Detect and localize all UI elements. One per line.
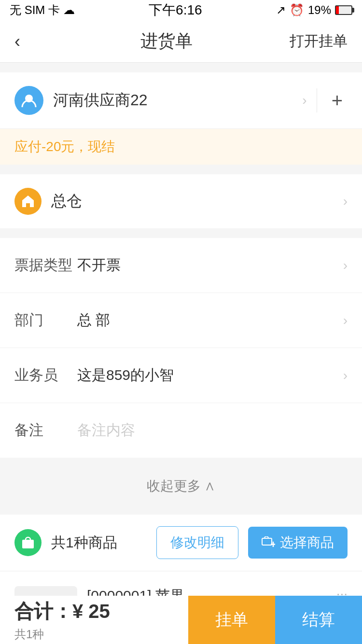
- salesman-chevron-icon: ›: [343, 368, 348, 383]
- total-section: 合计：¥ 25 共1种: [0, 598, 188, 642]
- sim-label: 无 SIM 卡 ☁: [10, 2, 75, 18]
- select-product-button[interactable]: 选择商品: [248, 527, 348, 559]
- alarm-icon: ⏰: [290, 3, 304, 17]
- product-count: 共1种商品: [51, 533, 147, 553]
- hang-button[interactable]: 挂单: [188, 596, 275, 644]
- dept-row[interactable]: 部门 总 部 ›: [0, 293, 362, 348]
- status-time: 下午6:16: [149, 1, 202, 19]
- product-icon: [14, 529, 42, 556]
- salesman-value: 这是859的小智: [77, 365, 343, 385]
- total-count: 共1种: [14, 627, 174, 642]
- location-icon: ↗: [276, 3, 286, 17]
- select-product-label: 选择商品: [280, 533, 334, 552]
- supplier-notice: 应付-20元，现结: [0, 129, 362, 165]
- add-supplier-button[interactable]: +: [327, 90, 348, 112]
- page-title: 进货单: [43, 29, 290, 53]
- open-hang-button[interactable]: 打开挂单: [290, 31, 348, 51]
- remark-label: 备注: [14, 420, 77, 440]
- invoice-value: 不开票: [77, 255, 343, 275]
- svg-rect-1: [22, 540, 34, 548]
- dept-chevron-icon: ›: [343, 313, 348, 328]
- warehouse-name: 总仓: [51, 191, 343, 212]
- warehouse-row[interactable]: 总仓 ›: [0, 174, 362, 228]
- supplier-row[interactable]: 河南供应商22 › +: [0, 72, 362, 129]
- form-section: 票据类型 不开票 › 部门 总 部 › 业务员 这是859的小智 › 备注 备注…: [0, 238, 362, 458]
- status-right: ↗ ⏰ 19%: [276, 3, 352, 17]
- invoice-type-row[interactable]: 票据类型 不开票 ›: [0, 238, 362, 293]
- battery-label: 19%: [308, 3, 331, 17]
- status-left: 无 SIM 卡 ☁: [10, 2, 75, 18]
- invoice-chevron-icon: ›: [343, 258, 348, 273]
- warehouse-section: 总仓 ›: [0, 174, 362, 228]
- battery-icon: [335, 5, 352, 15]
- salesman-row[interactable]: 业务员 这是859的小智 ›: [0, 348, 362, 403]
- collapse-button[interactable]: 收起更多 ∧: [0, 467, 362, 505]
- product-header: 共1种商品 修改明细 选择商品: [0, 515, 362, 571]
- checkout-button[interactable]: 结算: [275, 596, 362, 644]
- total-value: ¥ 25: [72, 601, 110, 622]
- nav-bar: ‹ 进货单 打开挂单: [0, 20, 362, 63]
- remark-row[interactable]: 备注 备注内容: [0, 403, 362, 458]
- status-bar: 无 SIM 卡 ☁ 下午6:16 ↗ ⏰ 19%: [0, 0, 362, 20]
- invoice-label: 票据类型: [14, 255, 77, 275]
- dept-value: 总 部: [77, 310, 343, 330]
- edit-detail-button[interactable]: 修改明细: [156, 526, 238, 559]
- select-product-icon: [262, 535, 275, 550]
- supplier-avatar: [14, 86, 43, 115]
- divider: [317, 88, 317, 112]
- bottom-bar: 合计：¥ 25 共1种 挂单 结算: [0, 596, 362, 644]
- warehouse-icon: [14, 188, 42, 215]
- back-button[interactable]: ‹: [14, 31, 43, 52]
- supplier-chevron-icon: ›: [302, 93, 306, 108]
- total-label: 合计：: [14, 601, 72, 622]
- warehouse-chevron-icon: ›: [343, 194, 348, 209]
- supplier-name: 河南供应商22: [53, 90, 302, 111]
- dept-label: 部门: [14, 310, 77, 330]
- remark-placeholder: 备注内容: [77, 420, 348, 440]
- salesman-label: 业务员: [14, 365, 77, 385]
- svg-rect-2: [262, 538, 272, 545]
- total-amount: 合计：¥ 25: [14, 598, 174, 625]
- supplier-section: 河南供应商22 › + 应付-20元，现结: [0, 72, 362, 165]
